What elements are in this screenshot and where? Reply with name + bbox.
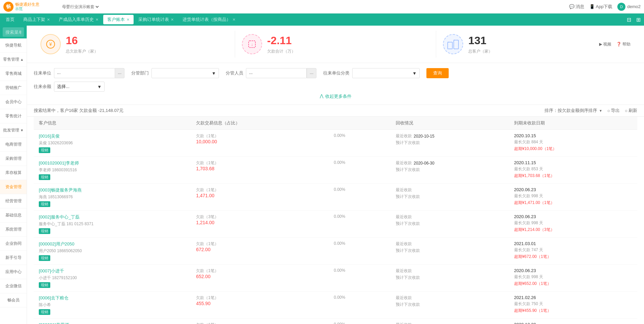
filter-input-unit[interactable]: ···	[54, 68, 115, 78]
tab-purchase-stats[interactable]: 进货单统计表（按商品） ✕	[178, 15, 240, 24]
cell-customer-2: [0001020001]李老师 李老师 18600391516 现销	[34, 157, 191, 184]
overdue-amount-5[interactable]: 超期¥672.00（1笔）	[514, 254, 632, 260]
sidebar-item-wechat[interactable]: 企业微信	[0, 279, 27, 293]
sidebar-item-retail-mall[interactable]: 零售商城	[0, 67, 27, 81]
refresh-btn[interactable]: ○ 刷新	[625, 108, 637, 114]
tab-close-3[interactable]: ✕	[127, 18, 130, 22]
cell-due-8: 2020.12.30 最长欠款 808 天 超期¥429.00（1笔）	[509, 319, 637, 324]
results-bar: 搜索结果中，客户16家 欠款金额 -21,148.07元 排序：按欠款金额倒序排…	[27, 105, 644, 117]
overdue-amount-1[interactable]: 超期¥10,000.00（1笔）	[514, 146, 632, 152]
sidebar-item-guide[interactable]: 新手引导	[0, 251, 27, 265]
help-btn[interactable]: ❓ 帮助	[616, 41, 631, 47]
user-avatar[interactable]: D demo2	[617, 3, 641, 11]
sidebar-item-enterprise[interactable]: 企业协同	[0, 237, 27, 251]
app-download-btn[interactable]: 📱 App下载	[589, 4, 612, 10]
filter-btn-unit[interactable]: ···	[115, 68, 124, 78]
debt-amount-7: 455.90	[196, 301, 317, 306]
filter-area: 往来单位 ··· ··· 分管部门 ▼ 分管人	[27, 63, 644, 105]
customer-tag-4: 现销	[39, 228, 50, 234]
tab-expand-btn[interactable]: ⊞	[635, 17, 642, 23]
customer-contact-3: 海燕 18513066976	[39, 194, 186, 200]
sidebar-item-retail-mgmt[interactable]: 零售管理 ▲	[0, 53, 27, 67]
customer-name-5[interactable]: [000002]用户2050	[39, 241, 186, 247]
sidebar-item-quick-nav[interactable]: 快捷导航	[0, 38, 27, 53]
customer-name-1[interactable]: [0016]吴俊	[39, 133, 186, 139]
sidebar-item-system[interactable]: 系统管理	[0, 223, 27, 237]
video-btn[interactable]: ▶ 视频	[599, 41, 611, 47]
customer-name-8[interactable]: [000001]黄思源	[39, 322, 186, 324]
tab-close-5[interactable]: ✕	[232, 18, 235, 22]
overdue-amount-2[interactable]: 超期¥1,703.68（1笔）	[514, 173, 632, 179]
sidebar-item-operations[interactable]: 经营管理	[0, 194, 27, 208]
cell-debt-1: 欠款（1笔） 10,000.00	[191, 130, 322, 157]
tab-customer-ledger[interactable]: 客户账本 ✕	[103, 15, 134, 24]
overdue-amount-6[interactable]: 超期¥652.00（1笔）	[514, 281, 632, 287]
sidebar-item-wholesale-mgmt[interactable]: 批发管理 ▼	[0, 123, 27, 138]
company-select[interactable]: 母婴行业演示账套	[61, 4, 100, 9]
filter-select-dept[interactable]: ▼	[151, 68, 219, 78]
tab-close-1[interactable]: ✕	[47, 18, 50, 22]
search-menu-input[interactable]	[3, 27, 24, 37]
filter-item-balance: 往来余额 选择... ▼	[34, 82, 105, 92]
tab-purchase-order[interactable]: 采购订单统计表 ✕	[134, 15, 178, 24]
sidebar-item-retail-stats[interactable]: 零售统计	[0, 109, 27, 123]
filter-label-dept: 分管部门	[131, 70, 149, 76]
filter-select-balance[interactable]: 选择... ▼	[54, 82, 105, 92]
debt-label-7: 欠款（1笔）	[196, 295, 317, 301]
sidebar-item-member2[interactable]: 畅会员	[0, 293, 27, 307]
filter-item-unit: 往来单位 ··· ···	[34, 68, 124, 78]
recovery-sub-4: 预计下次收款	[396, 221, 504, 227]
overdue-amount-3[interactable]: 超期¥1,471.00（1笔）	[514, 200, 632, 206]
sidebar-item-inventory[interactable]: 库存核算	[0, 166, 27, 180]
sidebar-item-member[interactable]: 会员中心	[0, 95, 27, 109]
customer-tag-6: 现销	[39, 282, 50, 288]
table-row: [0001020001]李老师 李老师 18600391516 现销 欠款（1笔…	[34, 157, 637, 184]
tab-product-status[interactable]: 商品上下架 ✕	[19, 15, 54, 24]
svg-rect-4	[448, 42, 452, 49]
customer-name-7[interactable]: [0006]去下粮仓	[39, 295, 186, 301]
filter-select-category[interactable]: ▼	[352, 68, 420, 78]
stat-info-total-debt: -2.11 欠款合计（万）	[267, 34, 296, 54]
cell-percent-6: 0.00%	[322, 265, 391, 292]
tab-production-history[interactable]: 产成品入库单历史 ✕	[55, 15, 103, 24]
sort-selector[interactable]: 排序：按欠款金额倒序排序 ▼	[544, 108, 602, 114]
export-btn[interactable]: ○ 导出	[607, 108, 620, 114]
cell-recovery-1: 最近收款 2020-10-15 预计下次收款	[391, 130, 509, 157]
stat-number-total-customers: 131	[468, 34, 493, 47]
message-btn[interactable]: 💬 消息	[569, 4, 584, 10]
filter-btn-person[interactable]: ···	[307, 68, 316, 78]
sidebar-item-marketing[interactable]: 营销推广	[0, 81, 27, 95]
table-row: [0006]去下粮仓 陈小希 现销 欠款（1笔） 455.90 0.00%	[34, 292, 637, 319]
sidebar-item-basic-info[interactable]: 基础信息	[0, 208, 27, 223]
debt-amount-6: 652.00	[196, 274, 317, 279]
overdue-amount-4[interactable]: 超期¥1,214.00（3笔）	[514, 227, 632, 233]
filter-label-balance: 往来余额	[34, 84, 51, 90]
tab-home[interactable]: 首页	[2, 15, 19, 24]
filter-input-person[interactable]: ···	[246, 68, 307, 78]
customer-name-3[interactable]: [0003]畅捷服务尹海燕	[39, 187, 186, 193]
customer-name-4[interactable]: [0002]服务中心_丁磊	[39, 214, 186, 220]
table-row: [0007]小进千 小进千 18279152100 现销 欠款（1笔） 652.…	[34, 265, 637, 292]
col-header-debt-percent	[322, 117, 391, 130]
sidebar-item-purchase-mgmt[interactable]: 采购管理	[0, 152, 27, 166]
col-header-due-date: 到期未收款日期	[509, 117, 637, 130]
query-button[interactable]: 查询	[426, 68, 449, 78]
due-date-7: 2021.02.26	[514, 295, 632, 300]
tab-close-4[interactable]: ✕	[171, 18, 174, 22]
sidebar-item-ecommerce[interactable]: 电商管理	[0, 138, 27, 152]
cell-recovery-8: 最近收款 预计下次收款	[391, 319, 509, 324]
sidebar-item-finance[interactable]: 资金管理	[0, 180, 27, 194]
tab-collapse-btn[interactable]: ⊟	[625, 17, 633, 23]
chevron-down-icon-2: ▼	[412, 71, 417, 76]
customer-tag-3: 现销	[39, 201, 50, 207]
sidebar-item-app-center[interactable]: 应用中心	[0, 265, 27, 279]
overdue-days-6: 最长欠款 998 天	[514, 274, 632, 280]
tab-close-2[interactable]: ✕	[95, 18, 99, 22]
cell-recovery-4: 最近收款 预计下次收款	[391, 211, 509, 238]
collapse-row[interactable]: ⋀ 收起更多条件	[34, 92, 637, 101]
customer-name-6[interactable]: [0007]小进千	[39, 268, 186, 274]
overdue-amount-7[interactable]: 超期¥455.90（1笔）	[514, 308, 632, 314]
customer-name-2[interactable]: [0001020001]李老师	[39, 160, 186, 166]
help-icon: ❓	[616, 42, 621, 47]
overdue-days-4: 最长欠款 998 天	[514, 220, 632, 226]
